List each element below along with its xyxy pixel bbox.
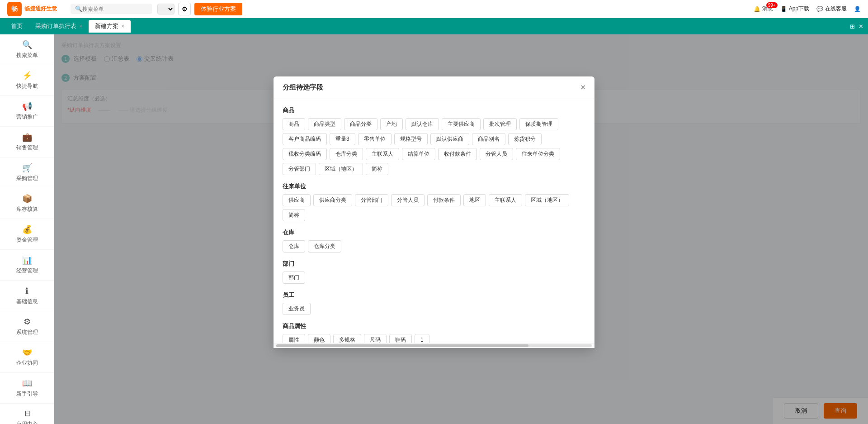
- tag-color[interactable]: 颜色: [308, 334, 330, 343]
- search-bar[interactable]: 🔍: [71, 4, 152, 14]
- tag-warehouse-category[interactable]: 仓库分类: [330, 148, 363, 160]
- tag-product-category[interactable]: 商品分类: [344, 118, 377, 130]
- sidebar-item-system[interactable]: ⚙ 系统管理: [0, 311, 54, 342]
- tag-dept-mgmt-partner[interactable]: 分管部门: [355, 194, 388, 206]
- tag-retail-unit[interactable]: 零售单位: [358, 133, 392, 145]
- tag-payment-terms-partner[interactable]: 付款条件: [427, 194, 461, 206]
- tag-abbreviation-product[interactable]: 简称: [366, 163, 388, 175]
- sidebar-item-management[interactable]: 📊 经营管理: [0, 250, 54, 281]
- tag-region-product[interactable]: 区域（地区）: [319, 163, 363, 175]
- search-input[interactable]: [82, 6, 137, 12]
- header-right: 🔔 消息 99+ 📱 App下载 💬 在线客服 👤: [754, 5, 861, 13]
- tag-attribute[interactable]: 属性: [283, 334, 305, 343]
- tag-main-supplier[interactable]: 主要供应商: [442, 118, 481, 130]
- tag-main-contact-partner[interactable]: 主联系人: [489, 194, 522, 206]
- tag-partner-category[interactable]: 往来单位分类: [516, 148, 560, 160]
- tab-purchase-order[interactable]: 采购订单执行表 ×: [29, 20, 89, 33]
- tag-points[interactable]: 炼货积分: [508, 133, 542, 145]
- tag-region-partner[interactable]: 地区: [463, 194, 486, 206]
- tag-warehouse[interactable]: 仓库: [283, 240, 305, 252]
- sidebar-item-finance-label: 资金管理: [16, 236, 38, 244]
- purchase-icon: 🛒: [22, 163, 32, 173]
- sidebar-item-guide-label: 新手引导: [16, 390, 38, 398]
- app-download-icon: 📱: [780, 6, 787, 12]
- tag-dept[interactable]: 部门: [283, 272, 305, 284]
- sidebar-item-search[interactable]: 🔍 搜索菜单: [0, 34, 54, 65]
- section-partner-title: 往来单位: [283, 182, 585, 191]
- tag-warehouse-cat[interactable]: 仓库分类: [308, 240, 341, 252]
- tag-expiry-mgmt[interactable]: 保质期管理: [519, 118, 558, 130]
- tag-batch-mgmt[interactable]: 批次管理: [483, 118, 517, 130]
- tag-dept-mgmt[interactable]: 分管部门: [283, 163, 316, 175]
- section-warehouse: 仓库 仓库 仓库分类: [283, 229, 585, 252]
- tag-spec-model[interactable]: 规格型号: [394, 133, 428, 145]
- tag-supplier-category[interactable]: 供应商分类: [313, 194, 352, 206]
- logo-icon: 畅: [7, 2, 22, 16]
- tab-close-all-icon[interactable]: ✕: [859, 23, 863, 30]
- sidebar-item-basic-info[interactable]: ℹ 基础信息: [0, 281, 54, 311]
- tab-expand-icon[interactable]: ⊞: [850, 23, 855, 30]
- sidebar-item-inventory-label: 库存核算: [16, 205, 38, 213]
- section-dept: 部门 部门: [283, 260, 585, 284]
- section-product-title: 商品: [283, 106, 585, 114]
- user-avatar[interactable]: 👤: [854, 6, 861, 12]
- tab-home[interactable]: 首页: [5, 20, 29, 33]
- sidebar-item-marketing[interactable]: 📢 营销推广: [0, 96, 54, 127]
- basic-info-icon: ℹ: [25, 286, 28, 296]
- tag-settlement-unit[interactable]: 结算单位: [402, 148, 435, 160]
- tag-shoe-size[interactable]: 鞋码: [389, 334, 412, 343]
- sidebar-item-inventory[interactable]: 📦 库存核算: [0, 188, 54, 219]
- sales-icon: 💼: [22, 132, 32, 142]
- sidebar-item-system-label: 系统管理: [16, 329, 38, 336]
- tab-purchase-order-close[interactable]: ×: [79, 23, 82, 29]
- sidebar-item-quicknav[interactable]: ⚡ 快捷导航: [0, 65, 54, 96]
- tag-multi-spec[interactable]: 多规格: [333, 334, 361, 343]
- tag-main-contact[interactable]: 主联系人: [366, 148, 399, 160]
- modal-close-button[interactable]: ×: [580, 83, 585, 92]
- tag-region-area-partner[interactable]: 区域（地区）: [525, 194, 569, 206]
- sidebar-item-finance[interactable]: 💰 资金管理: [0, 219, 54, 250]
- notification-item[interactable]: 🔔 消息 99+: [754, 5, 773, 13]
- tag-salesperson[interactable]: 业务员: [283, 303, 311, 315]
- section-employee-tags: 业务员: [283, 303, 585, 315]
- sidebar-item-sales[interactable]: 💼 销售管理: [0, 127, 54, 157]
- tag-num-1[interactable]: 1: [415, 334, 429, 343]
- sidebar-item-quicknav-label: 快捷导航: [16, 82, 38, 90]
- tag-default-warehouse[interactable]: 默认仓库: [406, 118, 439, 130]
- tag-weight[interactable]: 重量3: [330, 133, 355, 145]
- marketing-icon: 📢: [22, 101, 32, 111]
- tag-product[interactable]: 商品: [283, 118, 305, 130]
- tag-product-alias[interactable]: 商品别名: [472, 133, 505, 145]
- top-header: 畅 畅捷通好生意 🔍 ⚙ 体验行业方案 🔔 消息 99+ 📱 App下载 💬 在…: [0, 0, 868, 18]
- tag-manager[interactable]: 分管人员: [480, 148, 513, 160]
- header-dropdown[interactable]: [157, 4, 175, 14]
- tag-payment-terms[interactable]: 收付款条件: [438, 148, 477, 160]
- tag-size[interactable]: 尺码: [364, 334, 387, 343]
- tag-product-type[interactable]: 商品类型: [308, 118, 341, 130]
- online-service-item[interactable]: 💬 在线客服: [816, 5, 847, 13]
- modal-hscrollbar[interactable]: [274, 343, 594, 348]
- experience-button[interactable]: 体验行业方案: [194, 3, 242, 15]
- tag-abbreviation-partner[interactable]: 简称: [283, 209, 305, 221]
- sidebar-item-guide[interactable]: 📖 新手引导: [0, 373, 54, 404]
- finance-icon: 💰: [22, 224, 32, 234]
- section-product-attr: 商品属性 属性 颜色 多规格 尺码 鞋码 1: [283, 322, 585, 343]
- sidebar-item-enterprise[interactable]: 🤝 企业协同: [0, 342, 54, 373]
- tag-mgmt-person-partner[interactable]: 分管人员: [391, 194, 425, 206]
- section-product-attr-tags: 属性 颜色 多规格 尺码 鞋码 1: [283, 334, 585, 343]
- tag-customer-product-code[interactable]: 客户商品编码: [283, 133, 327, 145]
- tag-default-supplier[interactable]: 默认供应商: [430, 133, 469, 145]
- tab-new-plan[interactable]: 新建方案 ×: [89, 20, 131, 33]
- tag-tax-code[interactable]: 税收分类编码: [283, 148, 327, 160]
- sidebar-item-purchase[interactable]: 🛒 采购管理: [0, 157, 54, 188]
- tab-new-plan-close[interactable]: ×: [121, 23, 124, 29]
- search-icon: 🔍: [75, 5, 82, 12]
- sidebar-item-app-center[interactable]: 🖥 应用中心: [0, 404, 54, 424]
- app-download-item[interactable]: 📱 App下载: [780, 5, 809, 13]
- logo-text: 畅捷通好生意: [24, 5, 57, 13]
- gear-button[interactable]: ⚙: [178, 3, 191, 15]
- tag-supplier[interactable]: 供应商: [283, 194, 311, 206]
- tag-origin[interactable]: 产地: [380, 118, 403, 130]
- sidebar-item-purchase-label: 采购管理: [16, 175, 38, 182]
- enterprise-icon: 🤝: [22, 348, 32, 357]
